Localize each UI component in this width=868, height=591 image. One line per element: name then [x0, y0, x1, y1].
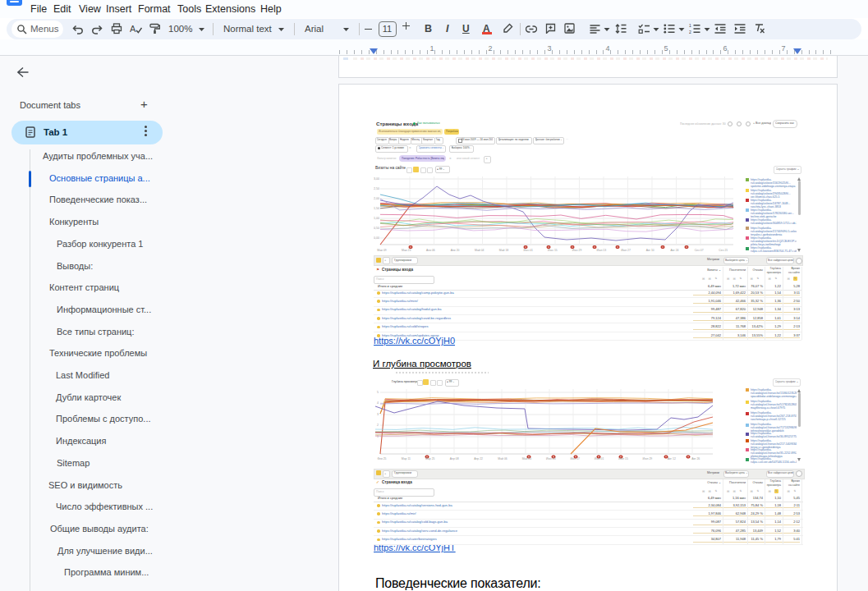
svg-text:Май 04: Май 04 [475, 249, 484, 251]
svg-text:Апр 06: Апр 06 [426, 249, 435, 251]
svg-text:1,50: 1,50 [374, 207, 379, 210]
svg-text:Июн 01: Июн 01 [523, 249, 533, 251]
svg-text:Май 06: Май 06 [498, 457, 507, 460]
svg-text:Июн 29: Июн 29 [572, 249, 582, 251]
svg-text:Авг 24: Авг 24 [670, 249, 678, 251]
svg-text:Июл 13: Июл 13 [596, 249, 606, 251]
svg-text:2: 2 [689, 30, 691, 34]
svg-text:Сен 07: Сен 07 [695, 249, 704, 251]
svg-text:Июл 27: Июл 27 [621, 249, 631, 251]
svg-text:Сен 21: Сен 21 [719, 249, 728, 251]
svg-text:Июн 15: Июн 15 [548, 249, 558, 251]
svg-text:3,00: 3,00 [374, 177, 379, 181]
svg-text:4: 4 [377, 401, 379, 405]
svg-text:Фев 25: Фев 25 [378, 457, 387, 460]
svg-text:Апр 22: Апр 22 [474, 457, 483, 460]
svg-text:Мар 09: Мар 09 [377, 249, 386, 251]
svg-text:Июн 03: Июн 03 [546, 457, 556, 460]
svg-text:Мар 11: Мар 11 [402, 457, 411, 460]
svg-text:3: 3 [377, 413, 379, 416]
svg-text:Июл 29: Июл 29 [643, 457, 653, 460]
svg-text:A: A [130, 24, 136, 34]
svg-text:2,50: 2,50 [374, 187, 379, 190]
svg-text:2,00: 2,00 [374, 197, 379, 200]
svg-text:Май 20: Май 20 [522, 457, 531, 460]
svg-text:Июл 01: Июл 01 [595, 457, 604, 460]
svg-text:2: 2 [377, 424, 379, 427]
svg-text:Апр 08: Апр 08 [450, 457, 459, 460]
svg-text:0,50: 0,50 [374, 227, 379, 230]
svg-text:Апр 20: Апр 20 [451, 249, 460, 251]
svg-text:Май 18: Май 18 [499, 249, 508, 251]
svg-text:1,00: 1,00 [374, 217, 379, 220]
svg-text:Мар 25: Мар 25 [425, 457, 434, 460]
svg-text:1: 1 [689, 24, 691, 28]
svg-text:0,00: 0,00 [374, 236, 379, 240]
svg-text:Июл 15: Июл 15 [618, 457, 628, 460]
svg-text:Авг 10: Авг 10 [646, 249, 654, 251]
svg-text:Мар 23: Мар 23 [402, 249, 411, 251]
svg-text:5: 5 [377, 391, 379, 394]
svg-text:Авг 12: Авг 12 [668, 457, 676, 460]
svg-text:1: 1 [377, 435, 379, 438]
svg-text:Июн 17: Июн 17 [570, 457, 580, 460]
svg-text:Авг 26: Авг 26 [691, 457, 700, 460]
